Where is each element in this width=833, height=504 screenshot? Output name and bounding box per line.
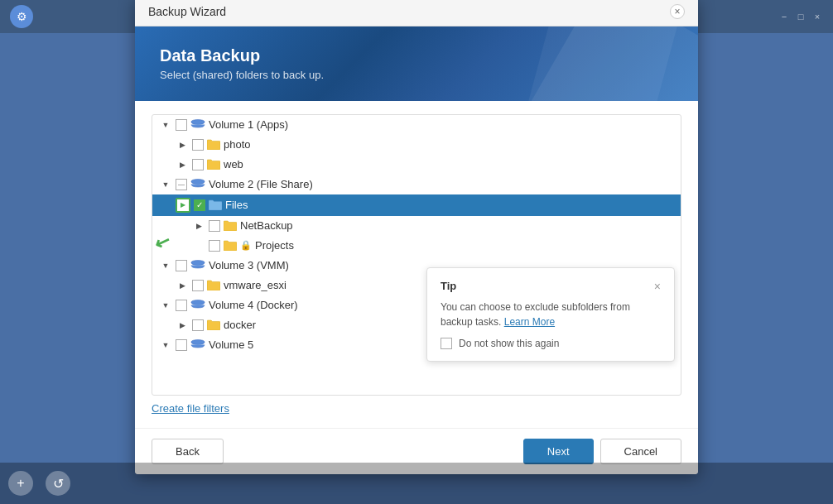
taskbar-history-icon[interactable]: ↺	[46, 471, 70, 496]
db-icon-vol4	[190, 300, 205, 311]
label-files: Files	[225, 199, 248, 211]
next-button[interactable]: Next	[523, 439, 594, 464]
tip-checkbox-row: Do not show this again	[441, 338, 661, 349]
tip-learn-more-link[interactable]: Learn More	[504, 316, 555, 328]
db-icon-vol3	[190, 260, 205, 271]
label-docker: docker	[224, 319, 256, 331]
backup-wizard-modal: Backup Wizard × Data Backup Select (shar…	[135, 0, 698, 474]
lock-icon-projects: 🔒	[240, 240, 252, 251]
tip-dont-show-label: Do not show this again	[459, 338, 559, 349]
checkbox-netbackup[interactable]	[209, 220, 220, 232]
expander-vol3[interactable]	[159, 259, 172, 272]
tree-item-vol1[interactable]: Volume 1 (Apps)	[152, 115, 681, 135]
checkbox-vol2[interactable]	[176, 179, 187, 190]
folder-icon-vmware	[207, 280, 220, 290]
expander-web[interactable]	[176, 158, 189, 171]
expander-netbackup[interactable]	[192, 219, 205, 233]
tree-item-files[interactable]: Files	[152, 194, 681, 216]
tip-title: Tip	[441, 280, 456, 292]
checkbox-web[interactable]	[192, 159, 204, 170]
expander-vol5[interactable]	[159, 338, 172, 352]
folder-icon-projects	[224, 240, 237, 251]
cancel-button[interactable]: Cancel	[600, 439, 681, 464]
checkbox-vol5[interactable]	[176, 339, 187, 351]
tip-header: Tip ×	[441, 280, 661, 293]
tree-item-photo[interactable]: photo	[152, 135, 681, 155]
modal-title: Backup Wizard	[148, 5, 226, 18]
db-icon-vol1	[190, 119, 205, 131]
checkbox-files[interactable]	[194, 199, 205, 211]
expander-files-green[interactable]	[176, 198, 190, 213]
tree-item-vol2[interactable]: Volume 2 (File Share)	[152, 175, 681, 194]
taskbar-bottom: + ↺	[0, 463, 833, 504]
back-button[interactable]: Back	[152, 439, 224, 464]
expander-vol4[interactable]	[159, 299, 172, 312]
tip-close-button[interactable]: ×	[654, 280, 661, 293]
header-title: Data Backup	[160, 46, 673, 65]
label-web: web	[224, 158, 243, 170]
modal-body: Volume 1 (Apps) photo	[135, 101, 698, 428]
checkbox-docker[interactable]	[192, 319, 204, 331]
checkbox-projects[interactable]	[209, 240, 220, 252]
label-photo: photo	[224, 138, 251, 151]
label-vol1: Volume 1 (Apps)	[209, 118, 288, 131]
checkbox-vmware[interactable]	[192, 280, 204, 291]
checkbox-vol3[interactable]	[176, 260, 187, 271]
tip-popup: Tip × You can choose to exclude subfolde…	[426, 267, 675, 362]
expander-projects	[192, 239, 205, 252]
taskbar-add-icon[interactable]: +	[8, 471, 33, 496]
modal-header: Data Backup Select (shared) folders to b…	[135, 26, 698, 101]
folder-icon-netbackup	[224, 220, 237, 231]
checkbox-vol4[interactable]	[176, 300, 187, 311]
folder-icon-docker	[207, 319, 220, 330]
label-vol2: Volume 2 (File Share)	[209, 178, 313, 190]
label-projects: Projects	[255, 239, 294, 252]
checkbox-vol1[interactable]	[176, 119, 187, 131]
expander-docker[interactable]	[176, 319, 189, 332]
tree-item-netbackup[interactable]: NetBackup	[152, 216, 681, 236]
label-vol5: Volume 5	[209, 338, 253, 351]
expander-vol1[interactable]	[159, 118, 172, 132]
modal-overlay: Backup Wizard × Data Backup Select (shar…	[0, 0, 833, 504]
label-vol4: Volume 4 (Docker)	[209, 299, 298, 311]
db-icon-vol2	[190, 179, 205, 190]
expander-photo[interactable]	[176, 138, 189, 151]
expander-vol2[interactable]	[159, 178, 172, 191]
footer-right-buttons: Next Cancel	[523, 439, 681, 464]
tip-text: You can choose to exclude subfolders fro…	[441, 300, 661, 329]
expander-vmware[interactable]	[176, 279, 189, 292]
tree-item-projects[interactable]: 🔒 Projects	[152, 236, 681, 256]
create-file-filters-link[interactable]: Create file filters	[152, 402, 229, 415]
label-vol3: Volume 3 (VMM)	[209, 259, 289, 271]
tree-item-web[interactable]: web	[152, 155, 681, 175]
checkbox-photo[interactable]	[192, 139, 204, 151]
modal-titlebar: Backup Wizard ×	[135, 0, 698, 26]
tip-dont-show-checkbox[interactable]	[441, 338, 452, 349]
label-vmware: vmware_esxi	[224, 279, 286, 291]
folder-icon-web	[207, 159, 220, 170]
folder-icon-photo	[207, 139, 220, 150]
folder-icon-files	[209, 199, 222, 210]
db-icon-vol5	[190, 339, 205, 351]
header-subtitle: Select (shared) folders to back up.	[160, 69, 673, 81]
modal-close-button[interactable]: ×	[670, 4, 685, 19]
label-netbackup: NetBackup	[240, 219, 293, 232]
